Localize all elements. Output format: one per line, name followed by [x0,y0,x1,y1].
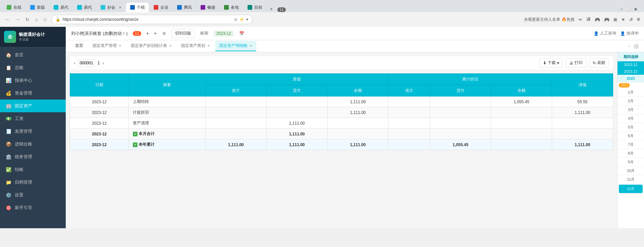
game-icon[interactable]: 🎮 [604,17,609,22]
help-button[interactable]: 👤 人工咨询 [594,30,616,36]
sidebar-item-purchase[interactable]: 📦 进销台账 [0,138,66,150]
reload-button[interactable]: ↻ [24,15,31,23]
sidebar-item-home[interactable]: 🏠 首页 [0,49,66,61]
period-value: 2023-12 [214,30,234,37]
print-button[interactable]: 🖨 打印 [566,58,586,67]
browser-tab-qiye[interactable]: 企业 [150,3,172,12]
next-page-button[interactable]: › [102,60,104,66]
page-number-input[interactable] [78,59,95,67]
period-month-10[interactable]: 10月 [618,167,644,175]
row-orig-credit [266,107,327,118]
bookmark-button[interactable]: ☆ [42,15,49,23]
tab-favicon [248,5,252,10]
address-input[interactable]: 🔒 https://cloud.chanjet.com/accounting/u… [51,15,253,24]
tab-fixed-cat[interactable]: 固定资产类别 ✕ [177,41,214,51]
row-orig-balance: 1,111.00 [327,107,388,118]
tab-fixed-mgmt[interactable]: 固定资产管理 ✕ [89,41,125,51]
tab-home[interactable]: 首页 [71,41,87,51]
tab-fixed-dep-close-icon[interactable]: ✕ [169,44,172,48]
period-selected-1[interactable]: 2023.12 [618,61,644,68]
row-dep-debit [388,97,430,107]
brightness-icon[interactable]: ☀ [621,17,625,22]
close-icon[interactable]: ✕ [634,7,637,12]
forward-button[interactable]: → [14,15,21,23]
sidebar-item-funds[interactable]: 💰 资金管理 [0,87,66,100]
sidebar-item-fixed[interactable]: 🏢 固定资产 [0,100,66,112]
download-dropdown-icon[interactable]: ▾ [557,61,559,65]
tab-fixed-detail-close-icon[interactable]: ✕ [250,44,252,48]
period-selected-2[interactable]: 2023.12 [618,68,644,75]
period-month-1[interactable]: 1月 [618,88,644,97]
browser-tab-yidai2[interactable]: 易代 [73,3,96,12]
app-container: 会 畅捷通好会计 专业版 🏠 首页 📋 总账 📊 报表中心 💰 资金管理 [0,27,644,228]
switch-version-button[interactable]: 切到旧版 [171,29,195,38]
row-summary-text: 本月合计 [139,131,155,136]
download-button[interactable]: ⬇ 下载 ▾ [539,58,563,67]
sidebar-item-checkout[interactable]: ✅ 结账 [0,163,66,176]
period-month-7[interactable]: 7月 [618,140,644,149]
sidebar-label-settings: 设置 [15,192,23,198]
browser-tab-haohui[interactable]: 好会 ✕ [97,3,125,12]
tab-close-icon[interactable]: ✕ [119,6,121,9]
row-dep-credit [430,97,491,107]
sidebar-item-guide[interactable]: 🎯 新手引导 [0,201,66,214]
row-orig-debit [206,107,267,118]
tab-fixed-mgmt-close-icon[interactable]: ✕ [119,44,121,48]
new-tab-button[interactable]: + [267,6,275,12]
browser-tab-changjie[interactable]: 畅捷 [197,3,219,12]
restore-icon[interactable]: ⬜ [626,7,631,12]
sidebar-item-settings[interactable]: ⚙️ 设置 [0,189,66,201]
sidebar-item-archive[interactable]: 📁 归档管理 [0,176,66,189]
cut-icon[interactable]: ✂ [579,17,582,22]
sidebar-item-reports[interactable]: 📊 报表中心 [0,74,66,87]
period-month-3[interactable]: 3月 [618,106,644,114]
sidebar-label-archive: 归档管理 [15,179,32,185]
undo-icon[interactable]: ↺ [629,17,633,22]
grid-icon[interactable]: ⊞ [613,17,617,22]
minimize-icon[interactable]: － [620,6,624,12]
minimize-tab-icon[interactable]: － [627,43,631,49]
maximize-tab-icon[interactable]: ⬜ [634,44,639,49]
browser-tab-yidai1[interactable]: 易代 [50,3,72,12]
dropdown-arrow[interactable]: ▾ [147,31,149,36]
home-button[interactable]: ⌂ [34,15,39,23]
row-net-value: 1,111.00 [552,139,613,150]
sidebar-item-wages[interactable]: 💵 工资 [0,112,66,125]
tab-fixed-detail[interactable]: 固定资产明细账 ✕ [215,41,256,51]
dropdown-icon[interactable]: ▾ [246,17,248,22]
period-month-6[interactable]: 6月 [618,132,644,140]
back-button[interactable]: ← [4,15,11,23]
sidebar-item-tax[interactable]: 🏛️ 税务管理 [0,150,66,163]
period-month-12[interactable]: 12月 [619,185,643,193]
period-month-9[interactable]: 9月 [618,158,644,167]
calendar-icon[interactable]: 📅 [239,31,244,36]
tab-fixed-cat-close-icon[interactable]: ✕ [207,44,210,48]
browser-tab-online[interactable]: 在线 [3,3,25,12]
tab-fixed-dep[interactable]: 固定资产折旧统计表 ✕ [127,41,176,51]
period-month-8[interactable]: 8月 [618,149,644,158]
window-controls: － ⬜ ✕ [620,6,641,12]
tab-bar: 在线 新版 易代 易代 好会 ✕ 个税 企业 腾讯 [0,0,644,12]
settings-small-icon[interactable]: ⚙ [162,31,166,36]
user-button[interactable]: 👤 徐译华 [620,30,639,36]
period-month-4[interactable]: 4月 [618,114,644,123]
browser-tab-tengxun[interactable]: 腾讯 [173,3,196,12]
translate-icon[interactable]: 译 [586,16,591,22]
row-date: 2023-12 [70,118,129,129]
sidebar-item-ledger[interactable]: 📋 总账 [0,61,66,74]
browser-tab-new[interactable]: 新版 [26,3,49,12]
refresh-button[interactable]: ↻ 刷新 [589,58,609,67]
browser-tab-gedi[interactable]: 各地 [220,3,243,12]
browser-tab-geshui[interactable]: 个税 [126,3,149,12]
period-month-2[interactable]: 2月 [618,97,644,106]
tab-favicon [54,5,58,10]
extension-icon[interactable]: 🎮 [595,17,600,22]
period-month-5[interactable]: 5月 [618,123,644,132]
sidebar-item-invoice[interactable]: 🧾 发票管理 [0,125,66,138]
browser-tab-muqian[interactable]: 目前 [244,3,266,12]
add-button[interactable]: + [154,30,157,37]
row-orig-credit [266,97,327,107]
prev-page-button[interactable]: ‹ [74,60,75,66]
menu-icon[interactable]: ≡ [637,16,640,22]
period-month-11[interactable]: 11月 [618,175,644,184]
